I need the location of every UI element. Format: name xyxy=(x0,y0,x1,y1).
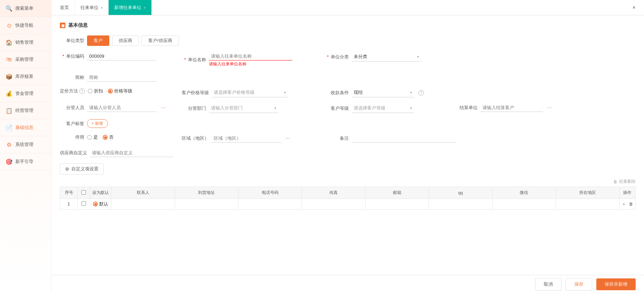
qq-input[interactable] xyxy=(431,202,490,207)
bottom-action-bar: 取消 保存 保存并新增 xyxy=(52,275,644,293)
batch-delete-button[interactable]: 🗑 批量删除 xyxy=(613,179,636,185)
tab-partners-close[interactable]: × xyxy=(101,6,103,10)
phone-input[interactable] xyxy=(241,202,299,207)
sidebar-item-finance[interactable]: 💰 资金管理 xyxy=(0,85,51,102)
unit-name-input[interactable] xyxy=(209,52,292,60)
add-tag-button[interactable]: + 标签 xyxy=(87,119,108,128)
manager-field: 分管人员 ··· xyxy=(60,104,171,112)
col-action: 操作 xyxy=(619,187,635,199)
unit-code-input[interactable] xyxy=(87,52,157,60)
tab-newpartner-label: 新增往来单位 xyxy=(114,5,141,11)
col-index: 序号 xyxy=(60,187,78,199)
email-input[interactable] xyxy=(368,202,426,207)
select-all-checkbox[interactable] xyxy=(81,190,86,195)
save-button[interactable]: 保存 xyxy=(566,278,592,291)
sidebar-item-label: 基础信息 xyxy=(15,124,33,131)
tab-newpartner[interactable]: 新增往来单位 × xyxy=(109,0,151,15)
payment-terms-select[interactable]: 现结 ▾ xyxy=(352,88,414,97)
col-wechat: 微信 xyxy=(492,187,556,199)
sidebar-item-system[interactable]: ⚙ 系统管理 xyxy=(0,136,51,153)
disabled-radio-group: 是 否 xyxy=(87,134,113,140)
unit-name-field: * 单位名称 请输入往来单位名称 xyxy=(182,52,314,67)
col-address: 到货地址 xyxy=(175,187,238,199)
radio-pricelevel-dot xyxy=(109,90,111,92)
department-chevron: ▾ xyxy=(274,106,276,111)
sidebar-item-search[interactable]: 🔍 搜索菜单 xyxy=(0,0,51,17)
col-checkbox[interactable] xyxy=(78,187,90,199)
unit-category-chevron: ▾ xyxy=(417,55,419,59)
region-more-btn[interactable]: ··· xyxy=(285,135,290,141)
cell-action: ＋ 🗑 xyxy=(619,199,635,210)
region-input[interactable] xyxy=(212,134,281,143)
cell-region[interactable] xyxy=(556,199,619,210)
sidebar-item-quicknav[interactable]: ⊙ 快捷导航 xyxy=(0,17,51,34)
cell-phone[interactable] xyxy=(238,199,301,210)
col-default: 设为默认 xyxy=(90,187,111,199)
customer-level-label: 客户等级 xyxy=(324,105,349,112)
disabled-radio-no[interactable]: 否 xyxy=(103,134,113,140)
settlement-unit-more-btn[interactable]: ··· xyxy=(547,105,552,111)
settlement-unit-input[interactable] xyxy=(480,104,543,112)
main-area: 首页 往来单位 × 新增往来单位 × × ▣ 基本信息 单位类型 客户 供应商 … xyxy=(52,0,644,293)
cell-wechat[interactable] xyxy=(492,199,556,210)
manager-more-btn[interactable]: ··· xyxy=(161,105,165,111)
sidebar-item-sales[interactable]: 🏠 销售管理 xyxy=(0,34,51,51)
contact-input[interactable] xyxy=(113,202,172,207)
fax-input[interactable] xyxy=(304,202,363,207)
unit-category-select[interactable]: 未分类 ▾ xyxy=(352,52,421,62)
tab-partners[interactable]: 往来单位 × xyxy=(75,0,109,15)
pricing-radio-pricelevel[interactable]: 价格等级 xyxy=(108,88,132,94)
sidebar-item-inventory[interactable]: 📦 库存核算 xyxy=(0,68,51,85)
remarks-input[interactable] xyxy=(352,134,456,143)
short-name-input[interactable] xyxy=(87,73,157,82)
region-label: 区域（地区） xyxy=(182,135,209,141)
tabbar: 首页 往来单位 × 新增往来单位 × × xyxy=(52,0,644,15)
remarks-label: 备注 xyxy=(324,135,349,141)
department-select[interactable]: 请输入分管部门 ▾ xyxy=(209,104,278,113)
disabled-radio-yes[interactable]: 是 xyxy=(87,134,98,140)
search-icon: 🔍 xyxy=(6,5,13,12)
disabled-field: 停用 是 否 xyxy=(60,134,171,140)
row-checkbox[interactable] xyxy=(81,201,86,206)
cell-fax[interactable] xyxy=(302,199,365,210)
pricing-radio-discount[interactable]: 折扣 xyxy=(88,88,103,94)
sidebar-item-basicinfo[interactable]: 📄 基础信息 xyxy=(0,119,51,136)
unit-btn-supplier[interactable]: 供应商 xyxy=(112,35,139,46)
customer-price-level-select[interactable]: 请选择客户价格等级 ▾ xyxy=(212,88,288,97)
sidebar-item-newguide[interactable]: 🎯 新手引导 xyxy=(0,153,51,170)
row-default-radio[interactable]: 默认 xyxy=(92,201,109,207)
sidebar-item-operations[interactable]: 📋 经营管理 xyxy=(0,102,51,119)
region-input-cell[interactable] xyxy=(558,202,617,207)
cell-address[interactable] xyxy=(175,199,238,210)
add-row-button[interactable]: ＋ xyxy=(622,202,626,206)
customer-level-select[interactable]: 请选择客户等级 ▾ xyxy=(352,104,414,113)
disabled-label: 停用 xyxy=(60,134,84,140)
cancel-button[interactable]: 取消 xyxy=(535,278,561,291)
tab-newpartner-close[interactable]: × xyxy=(143,6,146,10)
save-new-button[interactable]: 保存并新增 xyxy=(596,278,636,290)
unit-btn-both[interactable]: 客户/供应商 xyxy=(142,35,179,46)
pricing-radio-group: 折扣 价格等级 xyxy=(88,88,132,94)
tab-home[interactable]: 首页 xyxy=(54,0,75,15)
cell-checkbox[interactable] xyxy=(78,199,90,210)
payment-terms-help-icon[interactable]: ? xyxy=(418,90,424,96)
window-close-button[interactable]: × xyxy=(627,5,641,11)
customer-price-level-chevron: ▾ xyxy=(284,90,286,95)
cell-qq[interactable] xyxy=(429,199,492,210)
radio-no-circle xyxy=(103,135,108,140)
pricing-help-icon[interactable]: ? xyxy=(79,88,85,94)
unit-category-field: * 单位分类 未分类 ▾ xyxy=(324,52,443,62)
sidebar-item-purchase[interactable]: 🛍 采购管理 xyxy=(0,51,51,68)
delete-row-button[interactable]: 🗑 xyxy=(629,202,633,206)
custom-settings-button[interactable]: ⚙ 自定义项设置 xyxy=(60,163,104,174)
unit-btn-customer[interactable]: 客户 xyxy=(87,35,109,46)
supplier-custom-input[interactable] xyxy=(90,149,173,157)
wechat-input[interactable] xyxy=(495,202,553,207)
address-input[interactable] xyxy=(177,202,236,207)
cell-contact[interactable] xyxy=(111,199,175,210)
cell-email[interactable] xyxy=(365,199,429,210)
table-toolbar: 🗑 批量删除 xyxy=(60,179,636,185)
shortname-row: 简称 xyxy=(60,73,636,82)
manager-input[interactable] xyxy=(87,104,157,112)
payment-terms-label: 收款条件 xyxy=(324,90,349,96)
